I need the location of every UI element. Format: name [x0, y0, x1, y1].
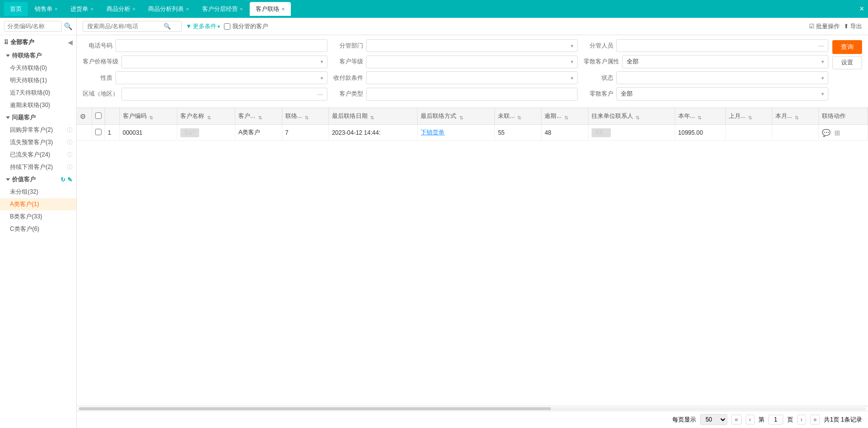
col-category-sort-icon[interactable]	[258, 114, 261, 119]
sidebar-group-value[interactable]: 价值客户 ↻ ✎	[0, 173, 76, 186]
filter-status-select[interactable]: ▾	[616, 71, 828, 84]
sidebar-item-overdue[interactable]: 逾期未联络(30)	[0, 99, 76, 111]
sidebar-item-repeat-abnormal[interactable]: 回购异常客户(2) ⓘ	[0, 124, 76, 136]
nav-tab-home[interactable]: 首页	[4, 2, 28, 16]
settings-button[interactable]: 设置	[832, 56, 862, 69]
sidebar-item-continuous-decline[interactable]: 持续下滑客户(2) ⓘ	[0, 161, 76, 173]
nav-tab-product-analysis-label: 商品分析	[107, 5, 130, 13]
sidebar-item-near7days[interactable]: 近7天待联络(0)	[0, 87, 76, 99]
row-overdue-cell: 48	[542, 125, 588, 141]
my-customers-checkbox[interactable]	[224, 23, 230, 30]
nav-tab-product-analysis-close[interactable]: ×	[132, 6, 135, 12]
prev-page-button[interactable]: ‹	[746, 415, 755, 425]
col-overdue-sort-icon[interactable]	[564, 114, 567, 119]
nav-tab-customer-segment[interactable]: 客户分层经营 ×	[196, 2, 249, 16]
col-unit-contact-sort-icon[interactable]	[636, 114, 639, 119]
sidebar-item-class-b[interactable]: B类客户(33)	[0, 211, 76, 223]
horizontal-scrollbar[interactable]	[77, 406, 868, 411]
nav-tab-sales-close[interactable]: ×	[54, 6, 57, 12]
sidebar-item-tomorrow-label: 明天待联络(1)	[10, 76, 72, 85]
sidebar-item-unclassified[interactable]: 未分组(32)	[0, 186, 76, 198]
contact-chart-icon[interactable]: ⊞	[834, 129, 840, 137]
nav-tab-product-analysis-list-close[interactable]: ×	[186, 6, 189, 12]
refresh-icon[interactable]: ↻	[60, 176, 65, 183]
nav-tab-product-analysis[interactable]: 商品分析 ×	[101, 2, 141, 16]
select-all-checkbox[interactable]	[95, 112, 102, 119]
col-contact-sort-icon[interactable]	[305, 114, 308, 119]
search-input[interactable]	[87, 23, 162, 30]
last-page-button[interactable]: »	[810, 415, 820, 425]
col-no-contact: 未联...	[495, 108, 542, 125]
more-conditions-button[interactable]: ▼ 更多条件 ▾	[186, 22, 220, 31]
col-last-contact-date-sort-icon[interactable]	[370, 114, 373, 119]
filter-dept-select[interactable]: ▾	[366, 39, 578, 52]
nav-tab-customer-contact[interactable]: 客户联络 ×	[250, 2, 290, 16]
nav-tab-purchase[interactable]: 进货单 ×	[64, 2, 99, 16]
col-unit-contact-label: 往来单位联系人	[592, 112, 633, 119]
page-number-input[interactable]	[768, 415, 783, 425]
filter-customer-level-select[interactable]: ▾	[366, 55, 578, 68]
col-name-label: 客户名称	[180, 112, 204, 119]
nav-tab-customer-contact-close[interactable]: ×	[281, 6, 284, 12]
filter-row-1: 电话号码 分管部门 ▾ 分管人员	[83, 39, 828, 52]
row-last-contact-method[interactable]: 下销货单	[421, 129, 444, 136]
batch-operation-button[interactable]: ☑ 批量操作	[809, 22, 840, 31]
info-icon-3: ⓘ	[67, 151, 72, 159]
sidebar-collapse-icon[interactable]: ◀	[68, 39, 72, 46]
nav-tab-sales[interactable]: 销售单 ×	[29, 2, 63, 16]
contact-message-icon[interactable]: 💬	[822, 129, 830, 137]
edit-icon[interactable]: ✎	[67, 176, 72, 183]
dropdown-arrow-icon-5: ▾	[321, 75, 323, 81]
total-label: 共1页 1条记录	[824, 416, 862, 424]
col-this-year-sort-icon[interactable]	[698, 114, 701, 119]
filter-retail-customer-select[interactable]: 全部 ▾	[616, 87, 828, 101]
sidebar-group-pending[interactable]: 待联络客户	[0, 50, 76, 62]
per-page-select[interactable]: 50 100 200	[700, 414, 727, 425]
nav-tab-purchase-close[interactable]: ×	[90, 6, 93, 12]
sidebar-item-today[interactable]: 今天待联络(0)	[0, 62, 76, 74]
nav-tab-product-analysis-list[interactable]: 商品分析列表 ×	[142, 2, 195, 16]
row-checkbox-cell	[92, 125, 105, 141]
sidebar-all-customers[interactable]: ⠿ 全部客户 ◀	[0, 35, 76, 50]
col-last-contact-method-sort-icon[interactable]	[459, 114, 462, 119]
nav-tab-customer-segment-close[interactable]: ×	[240, 6, 243, 12]
filter-region-select[interactable]: ···	[121, 88, 327, 101]
col-no-contact-sort-icon[interactable]	[517, 114, 520, 119]
sidebar-search-input[interactable]	[4, 21, 62, 32]
filter-retail-attr-select[interactable]: 全部 ▾	[622, 55, 828, 68]
sidebar-item-tomorrow[interactable]: 明天待联络(1)	[0, 74, 76, 87]
col-name-sort-icon[interactable]	[207, 114, 210, 119]
sidebar-item-lost-potential[interactable]: 流失预警客户(3) ⓘ	[0, 136, 76, 149]
col-settings[interactable]: ⚙	[77, 108, 92, 125]
sidebar-item-continuous-decline-label: 持续下滑客户(2)	[10, 163, 67, 171]
search-submit-icon[interactable]: 🔍	[163, 23, 171, 30]
filter-price-level-label: 客户价格等级	[83, 57, 118, 66]
filter-price-level-select[interactable]: ▾	[121, 55, 327, 68]
row-checkbox[interactable]	[95, 129, 102, 135]
filter-payment-select[interactable]: ▾	[366, 71, 578, 84]
filter-nature-select[interactable]: ▾	[115, 71, 327, 84]
first-page-button[interactable]: «	[731, 415, 742, 425]
filter-person-select[interactable]: ···	[616, 39, 828, 52]
filter-dept-label: 分管部门	[333, 42, 363, 50]
filter-person: 分管人员 ···	[584, 39, 828, 52]
filter-phone-input[interactable]	[115, 39, 327, 52]
sidebar-item-lost[interactable]: 已流失客户(24) ⓘ	[0, 149, 76, 161]
sidebar-item-class-c[interactable]: C类客户(6)	[0, 223, 76, 235]
col-this-month-sort-icon[interactable]	[795, 114, 798, 119]
next-page-button[interactable]: ›	[797, 415, 806, 425]
col-last-month-sort-icon[interactable]	[748, 114, 751, 119]
sidebar-item-class-a[interactable]: A类客户(1)	[0, 198, 76, 211]
col-unit-contact: 往来单位联系人	[588, 108, 675, 125]
filter-customer-type-input[interactable]	[366, 88, 578, 101]
advanced-filter: 电话号码 分管部门 ▾ 分管人员	[77, 35, 868, 108]
col-this-year-label: 本年...	[678, 112, 695, 119]
col-this-month-label: 本月...	[775, 112, 792, 119]
query-button[interactable]: 查询	[832, 40, 862, 54]
col-code-sort-icon[interactable]	[149, 114, 152, 119]
export-button[interactable]: ⬆ 导出	[844, 22, 862, 31]
sidebar-group-problem[interactable]: 问题客户	[0, 111, 76, 124]
settings-gear-icon[interactable]: ⚙	[80, 112, 86, 120]
window-close-button[interactable]: ×	[860, 4, 864, 13]
scrollbar-thumb[interactable]	[79, 407, 551, 410]
